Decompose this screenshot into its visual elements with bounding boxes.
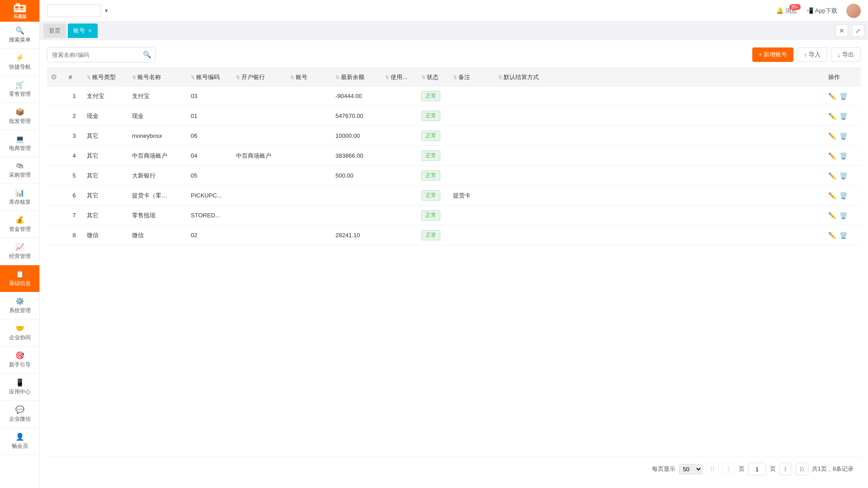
svg-rect-2 [15,6,19,9]
row-type: 现金 [83,106,128,126]
row-status: 正常 [418,225,449,245]
delete-icon[interactable]: 🗑️ [840,172,847,179]
app-download-button[interactable]: 📲 App下载 [806,7,837,15]
col-remark-header[interactable]: 备注 [449,68,495,86]
edit-icon[interactable]: ✏️ [828,192,836,199]
delete-icon[interactable]: 🗑️ [840,93,847,100]
col-settlement-header[interactable]: 默认结算方式 [495,68,825,86]
col-num-header: # [65,68,83,86]
edit-icon[interactable]: ✏️ [828,212,836,219]
user-avatar[interactable] [846,4,861,18]
col-use-header[interactable]: 使用... [382,68,418,86]
page-number-input[interactable] [748,463,766,475]
sidebar-item-apps[interactable]: 📱 应用中心 [0,374,39,401]
col-account-header[interactable]: 账号 [287,68,332,86]
first-page-button[interactable]: ⟨⟨ [706,463,719,475]
app-logo: 乐惠版 [0,0,39,22]
computer-icon: 💻 [2,135,38,143]
sidebar-item-inventory[interactable]: 📊 库存核算 [0,184,39,211]
delete-icon[interactable]: 🗑️ [840,132,847,140]
row-checkbox-cell [47,186,65,206]
header-dropdown[interactable]: ▾ [105,7,108,14]
row-bank [232,106,287,126]
search-button[interactable]: 🔍 [139,47,155,62]
sidebar-item-purchase[interactable]: 🛍 采购管理 [0,157,39,184]
sidebar-item-ecommerce[interactable]: 💻 电商管理 [0,130,39,157]
sidebar-item-label: 搜索菜单 [9,37,31,43]
prev-page-button[interactable]: ⟨ [722,463,735,475]
delete-icon[interactable]: 🗑️ [840,212,847,219]
delete-icon[interactable]: 🗑️ [840,232,847,239]
col-bank-header[interactable]: 开户银行 [232,68,287,86]
row-name: moneybosx [128,126,187,146]
delete-icon[interactable]: 🗑️ [840,152,847,160]
add-account-button[interactable]: + 新增账号 [752,47,793,62]
edit-icon[interactable]: ✏️ [828,152,836,160]
delete-icon[interactable]: 🗑️ [840,192,847,199]
sidebar-item-operations[interactable]: 📈 经营管理 [0,238,39,265]
row-name: 零售抵现 [128,206,187,225]
table-row: 4 其它 中百商场账户 04 中百商场账户 383866.00 正常 ✏️ 🗑️ [47,146,861,166]
tab-close-all-button[interactable]: ✕ [835,24,848,37]
status-badge: 正常 [421,190,440,201]
sidebar-item-guide[interactable]: 🎯 新手引导 [0,347,39,374]
status-badge: 正常 [421,111,440,121]
to-page-label: 页 [770,465,776,473]
tab-home[interactable]: 首页 [43,23,66,38]
search-input[interactable] [47,47,139,62]
row-type: 其它 [83,186,128,206]
sidebar-item-wholesale[interactable]: 📦 批发管理 [0,103,39,130]
sidebar-item-finance[interactable]: 💰 资金管理 [0,211,39,238]
col-status-header[interactable]: 状态 [418,68,449,86]
edit-icon[interactable]: ✏️ [828,132,836,140]
tab-close-icon[interactable]: ✕ [88,28,92,34]
col-type-header[interactable]: 账号类型 [83,68,128,86]
tab-bar-actions: ✕ ⤢ [835,24,864,37]
col-name-header[interactable]: 账号名称 [128,68,187,86]
header-search-input[interactable] [47,5,101,17]
sidebar-item-label: 畅会员 [12,443,28,449]
row-action: ✏️ 🗑️ [825,126,861,146]
import-button[interactable]: ↑ 导入 [797,47,827,62]
row-checkbox-cell [47,225,65,245]
edit-icon[interactable]: ✏️ [828,113,836,120]
col-setting-header[interactable]: ⚙ [47,68,65,86]
message-button[interactable]: 🔔 消息 99+ [776,7,797,15]
row-checkbox-cell [47,166,65,186]
sidebar-item-system[interactable]: ⚙️ 系统管理 [0,292,39,319]
sidebar-item-label: 基础信息 [9,280,31,286]
page-size-select[interactable]: 50 100 200 [679,464,703,474]
row-status: 正常 [418,186,449,206]
row-use [382,206,418,225]
row-type: 其它 [83,146,128,166]
tab-bar: 首页 账号 ✕ ✕ ⤢ [40,22,868,40]
sidebar-item-retail[interactable]: 🛒 零售管理 [0,76,39,103]
money-icon: 💰 [2,216,38,224]
edit-icon[interactable]: ✏️ [828,93,836,100]
row-remark [449,166,495,186]
last-page-button[interactable]: ⟩⟩ [796,463,808,475]
next-page-button[interactable]: ⟩ [779,463,792,475]
import-icon: ↑ [804,52,807,58]
tab-home-label: 首页 [49,27,61,35]
export-button[interactable]: ↓ 导出 [831,47,861,62]
tab-account[interactable]: 账号 ✕ [68,23,98,38]
delete-icon[interactable]: 🗑️ [840,113,847,120]
sidebar-item-wechat[interactable]: 💬 企业微信 [0,401,39,428]
sidebar-item-collab[interactable]: 🤝 企业协同 [0,319,39,347]
col-balance-header[interactable]: 最新余额 [332,68,382,86]
col-code-header[interactable]: 账号编码 [187,68,232,86]
sidebar-item-quicknav[interactable]: ⚡ 快捷导航 [0,49,39,76]
sidebar-item-search[interactable]: 🔍 搜索菜单 [0,22,39,49]
row-checkbox-cell [47,146,65,166]
tab-maximize-button[interactable]: ⤢ [852,24,864,37]
row-action: ✏️ 🗑️ [825,186,861,206]
row-num: 8 [65,225,83,245]
edit-icon[interactable]: ✏️ [828,232,836,239]
search-box: 🔍 [47,47,156,62]
edit-icon[interactable]: ✏️ [828,172,836,179]
row-account [287,186,332,206]
setting-gear-icon[interactable]: ⚙ [51,73,57,81]
sidebar-item-member[interactable]: 👤 畅会员 [0,428,39,455]
sidebar-item-basics[interactable]: 📋 基础信息 [0,265,39,292]
